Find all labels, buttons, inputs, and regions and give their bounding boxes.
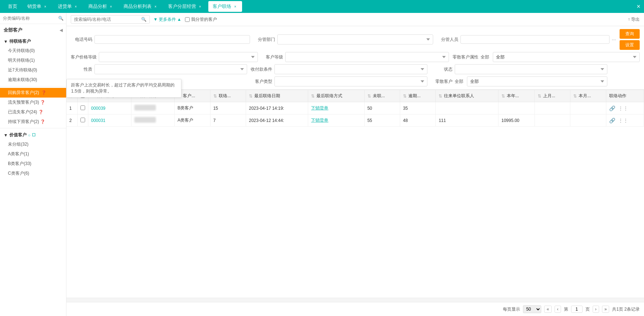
value-group-settings-icon[interactable]: ☐ [32, 133, 36, 137]
row-action-more-icon[interactable]: ⋮⋮ [618, 105, 628, 111]
row-this-month [570, 114, 606, 127]
row-contact-count: 15 [210, 102, 246, 114]
main-search-icon[interactable]: 🔍 [141, 17, 147, 22]
filter-person-label: 分管人员 [437, 37, 458, 43]
first-page-button[interactable]: « [544, 306, 552, 313]
row-name [131, 114, 174, 127]
tooltip-box: 距客户上次交易时长，超过了此客户的平均交易周期的1.5倍，则视为异常。 [66, 79, 181, 98]
close-all-button[interactable]: × [636, 3, 640, 10]
nav-sales[interactable]: 销货单 × [23, 1, 52, 12]
nav-product-analysis-close[interactable]: × [108, 4, 113, 9]
row-checkbox[interactable] [77, 114, 88, 127]
sidebar-search-icon[interactable]: 🔍 [58, 16, 64, 21]
sidebar-b-customers[interactable]: B类客户(33) [0, 159, 66, 169]
value-group-title[interactable]: ▼ 价值客户 ○ ☐ [0, 130, 66, 140]
col-last-date-header[interactable]: ⇅最后联络日期 [246, 90, 308, 102]
nav-product-analysis[interactable]: 商品分析 × [84, 1, 118, 12]
sidebar-ungrouped[interactable]: 未分组(32) [0, 140, 66, 149]
sidebar-a-customers[interactable]: A类客户(1) [0, 149, 66, 159]
col-contact2-header[interactable]: ⇅往来单位联系人 [436, 90, 499, 102]
page-number-input[interactable] [571, 306, 583, 313]
person-more-dots[interactable]: ··· [612, 37, 616, 42]
nav-home[interactable]: 首页 [4, 1, 22, 12]
col-contact-sort: ⇅ [213, 94, 217, 99]
filter-phone-input[interactable] [94, 35, 250, 44]
row-last-method[interactable]: 下销货单 [308, 102, 365, 114]
filter-status-label: 状态 [431, 66, 453, 72]
row-select-checkbox[interactable] [80, 118, 85, 122]
per-page-select[interactable]: 50 100 200 [523, 305, 541, 313]
more-conditions-button[interactable]: ▼ 更多条件 ▲ [153, 16, 181, 23]
filter-price-level-select[interactable] [99, 52, 258, 62]
filter-payment: 收付款条件 [251, 64, 427, 74]
row-action-more-icon[interactable]: ⋮⋮ [618, 118, 628, 123]
row-action-link-icon[interactable]: 🔗 [609, 118, 615, 123]
sidebar-c-customers[interactable]: C类客户(6) [0, 169, 66, 178]
row-select-checkbox[interactable] [80, 105, 85, 110]
my-customers-checkbox-wrap[interactable]: 我分管的客户 [185, 16, 217, 23]
filter-row-2: 客户价格等级 客户等级 零散客户属性 全部 全部 [71, 52, 640, 62]
filter-retail-attr-select[interactable]: 全部 [493, 52, 640, 62]
filter-person-input[interactable] [460, 35, 610, 44]
filter-customer-level-select[interactable] [285, 52, 449, 62]
main-search-input[interactable] [74, 17, 141, 22]
row-last-method[interactable]: 下销货单 [308, 114, 365, 127]
nav-product-analysis-list-close[interactable]: × [153, 4, 158, 9]
settings-button[interactable]: 设置 [620, 40, 640, 50]
nav-customer-contact[interactable]: 客户联络 × [208, 1, 242, 12]
nav-customer-tier[interactable]: 客户分层经营 × [164, 1, 207, 12]
nav-purchase-close[interactable]: × [73, 4, 78, 9]
sidebar-churned[interactable]: 已流失客户(24) ❓ [0, 107, 66, 117]
my-customers-label: 我分管的客户 [191, 16, 217, 23]
query-button[interactable]: 查询 [620, 29, 640, 39]
sidebar-repurchase-anomaly[interactable]: 回购异常客户(2) ❓ [0, 88, 66, 98]
col-this-month-header[interactable]: ⇅本月... [570, 90, 606, 102]
sidebar-search-input[interactable] [3, 16, 57, 21]
nav-sales-close[interactable]: × [43, 4, 48, 9]
sidebar-7day-pending[interactable]: 近7天待联络(0) [0, 65, 66, 75]
col-last-method-header[interactable]: ⇅最后联络方式 [308, 90, 365, 102]
sidebar-overdue-pending[interactable]: 逾期未联络(30) [0, 75, 66, 85]
prev-page-button[interactable]: ‹ [555, 306, 561, 313]
sidebar-declining[interactable]: 持续下滑客户(2) ❓ [0, 117, 66, 127]
filter-nature-select[interactable] [94, 64, 247, 74]
nav-product-analysis-label: 商品分析 [88, 3, 107, 10]
filter-retail-customer-select[interactable]: 全部 [467, 76, 607, 86]
col-this-year-header[interactable]: ⇅本年... [498, 90, 534, 102]
sidebar-churn-warning[interactable]: 流失预警客户(3) ❓ [0, 98, 66, 107]
col-overdue-header[interactable]: ⇅逾期... [400, 90, 436, 102]
next-page-button[interactable]: › [593, 306, 599, 313]
export-button[interactable]: ↑ 导出 [628, 16, 640, 23]
value-group-edit-icon[interactable]: ○ [28, 133, 31, 137]
nav-customer-contact-close[interactable]: × [233, 4, 238, 9]
nav-purchase[interactable]: 进货单 × [54, 1, 83, 12]
col-overdue-sort: ⇅ [403, 94, 407, 99]
sidebar-search-wrap: 🔍 [0, 13, 66, 24]
row-this-year: 10995.00 [498, 114, 534, 127]
nav-product-analysis-list[interactable]: 商品分析列表 × [119, 1, 162, 12]
more-conditions-arrow: ▲ [177, 17, 181, 22]
filter-dept-select[interactable] [277, 34, 433, 44]
bottom-scrollbar[interactable] [66, 298, 644, 302]
filter-nature: 性质 [71, 64, 247, 74]
search-wrap: 🔍 [71, 15, 150, 24]
my-customers-checkbox[interactable] [185, 17, 190, 22]
col-last-month-header[interactable]: ⇅上月... [534, 90, 570, 102]
sidebar-tomorrow-pending[interactable]: 明天待联络(1) [0, 56, 66, 65]
filter-status-select[interactable] [455, 64, 607, 74]
col-uncontacted-header[interactable]: ⇅未联... [364, 90, 400, 102]
row-code[interactable]: 000031 [88, 114, 131, 127]
all-customers-header[interactable]: 全部客户 ◀ [0, 24, 66, 36]
row-checkbox[interactable] [77, 102, 88, 114]
row-action-link-icon[interactable]: 🔗 [609, 105, 615, 111]
sidebar-today-pending[interactable]: 今天待联络(0) [0, 46, 66, 56]
row-code[interactable]: 000039 [88, 102, 131, 114]
pending-group-label: 待联络客户 [9, 38, 31, 44]
pending-group-title[interactable]: ▼ 待联络客户 [0, 36, 66, 46]
filter-payment-select[interactable] [274, 64, 427, 74]
nav-customer-tier-close[interactable]: × [198, 4, 203, 9]
filter-customer-type-select[interactable] [274, 76, 427, 86]
col-contact-header[interactable]: ⇅联络... [210, 90, 246, 102]
last-page-button[interactable]: » [602, 306, 610, 313]
filter-phone: 电话号码 [71, 35, 250, 44]
